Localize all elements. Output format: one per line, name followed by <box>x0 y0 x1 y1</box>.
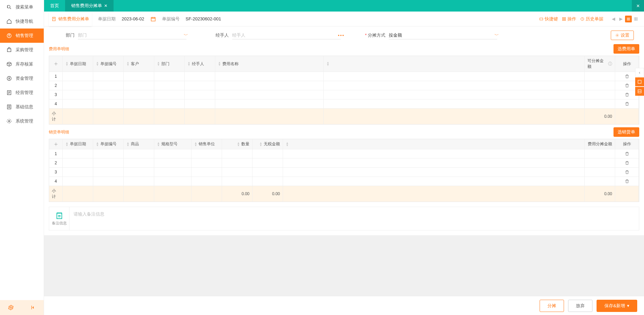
section-title: 销货单明细 <box>49 129 69 135</box>
history-link[interactable]: 历史单据 <box>580 16 603 22</box>
sidebar-quicknav[interactable]: 快捷导航 <box>0 14 44 29</box>
table-row[interactable]: 3 <box>49 168 639 177</box>
col-header: 操作 <box>623 141 631 147</box>
trash-icon[interactable] <box>625 179 629 184</box>
sidebar-inventory[interactable]: 库存核算 <box>0 57 44 71</box>
col-header[interactable]: 可分摊金额 <box>587 58 607 70</box>
method-input[interactable] <box>389 31 497 39</box>
trash-icon[interactable] <box>625 101 629 106</box>
col-header[interactable]: 单据日期 <box>70 141 86 147</box>
trash-icon[interactable] <box>625 92 629 97</box>
rail-item-1-icon[interactable] <box>635 77 644 86</box>
date-label: 单据日期 <box>98 16 116 22</box>
sidebar-label: 搜索菜单 <box>16 4 33 10</box>
table-row[interactable]: 2 <box>49 81 639 90</box>
remarks-input[interactable] <box>69 207 639 230</box>
view-card-icon[interactable] <box>632 16 639 22</box>
subtotal-amount: 0.00 <box>585 109 615 124</box>
sidebar-business[interactable]: 经营管理 <box>0 86 44 100</box>
calendar-icon[interactable] <box>150 16 156 22</box>
col-header[interactable]: 销售单位 <box>199 141 215 147</box>
nav-next-icon[interactable]: ▶ <box>618 16 624 22</box>
shortcut-link[interactable]: 快捷键 <box>539 16 558 22</box>
col-header[interactable]: 客户 <box>131 61 139 67</box>
dept-input[interactable] <box>78 31 186 39</box>
record-nav: ◀ ▶ <box>610 16 639 22</box>
discard-button[interactable]: 放弃 <box>568 300 592 312</box>
main: 首页 销售费用分摊单 ✕ ✕ 销售费用分摊单 单据日期 2023-06-02 单… <box>44 0 644 315</box>
no-label: 单据编号 <box>162 16 180 22</box>
more-icon[interactable]: ••• <box>338 33 345 38</box>
date-value[interactable]: 2023-06-02 <box>122 16 144 21</box>
sidebar-label: 基础信息 <box>16 104 33 110</box>
svg-rect-22 <box>635 17 636 19</box>
select-sales-button[interactable]: 选销货单 <box>613 127 639 137</box>
settings-icon[interactable] <box>8 305 14 310</box>
col-header[interactable]: 费用名称 <box>222 61 239 67</box>
col-header[interactable]: 单据编号 <box>100 61 117 67</box>
svg-point-27 <box>55 63 56 64</box>
col-header[interactable]: 单据编号 <box>100 141 117 147</box>
col-header[interactable]: 无税金额 <box>264 141 280 147</box>
chevron-down-icon[interactable]: ﹀ <box>184 32 188 38</box>
footer: 分摊 放弃 保存&新增 ▾ <box>44 296 644 315</box>
trash-icon[interactable] <box>625 161 629 165</box>
rail-item-2-icon[interactable] <box>635 87 644 96</box>
save-new-button[interactable]: 保存&新增 ▾ <box>597 300 637 312</box>
gear-icon[interactable] <box>54 62 58 66</box>
table-row[interactable]: 1 <box>49 149 639 159</box>
svg-rect-4 <box>7 49 11 52</box>
sidebar-label: 销售管理 <box>16 33 33 39</box>
help-icon[interactable]: ⓘ <box>608 61 612 67</box>
table-row[interactable]: 2 <box>49 159 639 168</box>
tabs-close-all[interactable]: ✕ <box>632 0 644 12</box>
view-list-icon[interactable] <box>625 16 632 22</box>
table-row[interactable]: 4 <box>49 99 639 109</box>
sidebar-footer <box>0 300 44 315</box>
select-fee-button[interactable]: 选费用单 <box>613 44 639 54</box>
tab-current[interactable]: 销售费用分摊单 ✕ <box>65 0 114 12</box>
allocate-button[interactable]: 分摊 <box>540 300 564 312</box>
col-header[interactable]: 规格型号 <box>161 141 178 147</box>
agent-label: 经手人 <box>208 32 229 38</box>
close-icon[interactable]: ✕ <box>104 3 107 8</box>
col-header[interactable]: 数量 <box>241 141 249 147</box>
collapse-icon[interactable] <box>31 305 36 310</box>
gear-icon[interactable] <box>54 142 58 146</box>
sidebar-basic[interactable]: 基础信息 <box>0 100 44 114</box>
sidebar-label: 快捷导航 <box>16 18 33 24</box>
home-icon <box>6 18 12 24</box>
col-header[interactable]: 单据日期 <box>70 61 86 67</box>
sidebar-purchase[interactable]: 采购管理 <box>0 43 44 57</box>
col-header[interactable]: 商品 <box>131 141 139 147</box>
table-row[interactable]: 3 <box>49 90 639 99</box>
operate-link[interactable]: 操作 <box>562 16 576 22</box>
trash-icon[interactable] <box>625 83 629 88</box>
sidebar-search[interactable]: 搜索菜单 <box>0 0 44 14</box>
table-row[interactable]: 1 <box>49 72 639 81</box>
col-header[interactable]: 经手人 <box>192 61 204 67</box>
sidebar-sales[interactable]: 销售管理 <box>0 29 44 43</box>
svg-point-0 <box>7 5 10 8</box>
trash-icon[interactable] <box>625 170 629 174</box>
svg-rect-30 <box>638 80 641 83</box>
col-header[interactable]: 费用分摊金额 <box>588 141 612 147</box>
search-icon <box>6 4 12 10</box>
tab-home[interactable]: 首页 <box>44 0 65 12</box>
trash-icon[interactable] <box>625 151 629 156</box>
section-sales: 销货单明细 选销货单 ▲▼单据日期 ▲▼单据编号 ▲▼商品 ▲▼规格型号 ▲▼销… <box>44 125 644 202</box>
settings-button[interactable]: 设置 <box>611 31 634 40</box>
rail-collapse-icon[interactable]: ‹ <box>635 68 644 77</box>
field-method: 分摊方式 ﹀ <box>365 31 499 39</box>
nav-prev-icon[interactable]: ◀ <box>610 16 617 22</box>
col-header[interactable]: 部门 <box>161 61 169 67</box>
subtotal-notax: 0.00 <box>253 186 283 202</box>
chevron-down-icon[interactable]: ﹀ <box>495 32 499 38</box>
sidebar-funds[interactable]: 资金管理 <box>0 71 44 86</box>
svg-point-8 <box>8 121 10 122</box>
svg-rect-12 <box>151 17 155 21</box>
agent-input[interactable] <box>232 31 341 39</box>
table-row[interactable]: 4 <box>49 177 639 186</box>
sidebar-system[interactable]: 系统管理 <box>0 114 44 128</box>
trash-icon[interactable] <box>625 74 629 79</box>
